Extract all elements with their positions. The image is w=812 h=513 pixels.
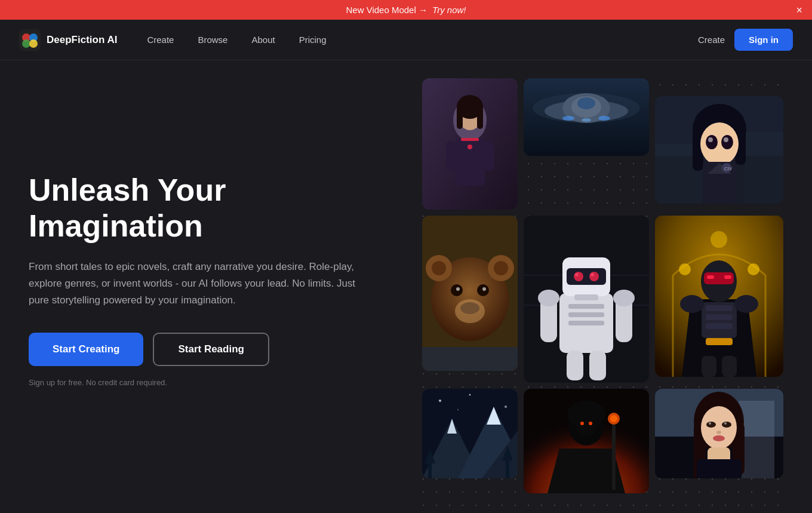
- svg-point-49: [577, 97, 595, 109]
- svg-rect-66: [568, 321, 604, 325]
- svg-rect-111: [706, 314, 733, 320]
- svg-point-50: [562, 116, 574, 121]
- image-bear: [422, 216, 518, 371]
- image-spaceship: [524, 78, 649, 156]
- hero-content: Unleash Your Imagination From short tale…: [29, 60, 399, 511]
- svg-rect-70: [589, 351, 606, 380]
- svg-rect-112: [706, 323, 733, 329]
- svg-point-95: [721, 135, 733, 149]
- nav-create-action[interactable]: Create: [698, 35, 725, 45]
- image-armored-figure: [655, 216, 783, 377]
- svg-point-52: [582, 118, 591, 122]
- svg-point-106: [710, 231, 727, 248]
- svg-text:CIV: CIV: [724, 166, 733, 171]
- svg-point-72: [613, 290, 635, 306]
- svg-rect-121: [722, 356, 737, 377]
- hero-title: Unleash Your Imagination: [29, 173, 399, 244]
- svg-rect-65: [568, 312, 604, 317]
- hero-images: CIV: [399, 60, 783, 511]
- nav-about[interactable]: About: [241, 30, 285, 50]
- svg-point-3: [22, 39, 30, 48]
- hero-section: Unleash Your Imagination From short tale…: [0, 60, 812, 511]
- svg-point-59: [574, 272, 583, 281]
- svg-rect-116: [707, 275, 714, 279]
- svg-point-134: [713, 435, 725, 441]
- svg-rect-58: [567, 268, 606, 285]
- svg-rect-78: [612, 419, 616, 490]
- svg-point-82: [580, 422, 584, 425]
- hero-buttons: Start Creating Start Reading: [29, 333, 399, 366]
- svg-point-33: [457, 409, 459, 410]
- svg-point-4: [29, 39, 38, 48]
- svg-point-20: [432, 261, 446, 275]
- nav-pricing[interactable]: Pricing: [288, 30, 337, 50]
- svg-rect-12: [457, 105, 463, 129]
- svg-point-60: [589, 272, 599, 281]
- start-reading-button[interactable]: Start Reading: [153, 333, 269, 366]
- svg-point-94: [706, 135, 718, 149]
- hero-footnote: Sign up for free. No credit card require…: [29, 378, 399, 387]
- svg-point-97: [724, 137, 728, 142]
- svg-rect-113: [706, 338, 733, 345]
- logo-link[interactable]: DeepFiction AI: [19, 29, 117, 51]
- banner-arrow: →: [419, 5, 427, 15]
- svg-point-83: [589, 422, 592, 425]
- svg-rect-13: [477, 105, 483, 129]
- svg-point-131: [709, 422, 711, 425]
- nav-browse[interactable]: Browse: [187, 30, 238, 50]
- svg-point-132: [724, 422, 727, 425]
- svg-point-62: [590, 273, 594, 277]
- logo-icon: [19, 29, 41, 51]
- navbar: DeepFiction AI Create Browse About Prici…: [0, 20, 812, 60]
- svg-rect-41: [506, 457, 509, 478]
- svg-point-118: [680, 295, 704, 313]
- svg-rect-117: [724, 275, 731, 279]
- svg-rect-69: [567, 351, 583, 380]
- svg-point-51: [598, 116, 610, 121]
- hero-description: From short tales to epic novels, craft a…: [29, 259, 363, 309]
- svg-point-119: [734, 295, 758, 313]
- svg-rect-64: [568, 304, 604, 309]
- banner-close-button[interactable]: ×: [796, 5, 802, 16]
- svg-point-71: [538, 290, 559, 306]
- nav-actions: Create Sign in: [698, 29, 793, 51]
- svg-rect-63: [574, 294, 598, 300]
- svg-point-32: [505, 406, 507, 408]
- start-creating-button[interactable]: Start Creating: [29, 333, 143, 366]
- svg-rect-28: [422, 347, 518, 371]
- svg-point-27: [455, 299, 485, 323]
- nav-links: Create Browse About Pricing: [136, 30, 698, 50]
- nav-create[interactable]: Create: [136, 30, 184, 50]
- image-anime-girl: CIV: [655, 96, 783, 204]
- svg-point-104: [679, 263, 691, 275]
- svg-point-128: [701, 406, 737, 449]
- svg-point-30: [439, 400, 441, 402]
- image-grid: CIV: [404, 60, 783, 511]
- svg-point-81: [576, 413, 597, 437]
- svg-point-133: [716, 431, 721, 434]
- svg-rect-120: [702, 356, 716, 377]
- image-mountain: [422, 389, 518, 478]
- image-warrior: [422, 78, 518, 210]
- svg-rect-0: [19, 29, 41, 51]
- svg-rect-8: [446, 141, 455, 171]
- svg-point-31: [469, 394, 471, 396]
- svg-point-25: [482, 287, 486, 291]
- svg-point-130: [722, 422, 731, 428]
- svg-point-105: [748, 263, 759, 275]
- svg-point-15: [467, 145, 472, 149]
- image-brunette-woman: [655, 389, 783, 478]
- signin-button[interactable]: Sign in: [734, 29, 793, 51]
- svg-rect-136: [697, 459, 742, 478]
- svg-point-96: [708, 137, 713, 142]
- banner-cta[interactable]: Try now!: [432, 5, 466, 15]
- svg-point-24: [456, 287, 460, 291]
- logo-text: DeepFiction AI: [47, 34, 117, 46]
- svg-point-80: [610, 415, 617, 422]
- svg-rect-9: [485, 141, 494, 171]
- image-dark-villain: [524, 389, 649, 493]
- svg-rect-14: [461, 138, 479, 141]
- svg-point-61: [575, 273, 579, 277]
- banner-text: New Video Model: [346, 5, 416, 15]
- svg-point-21: [494, 261, 508, 275]
